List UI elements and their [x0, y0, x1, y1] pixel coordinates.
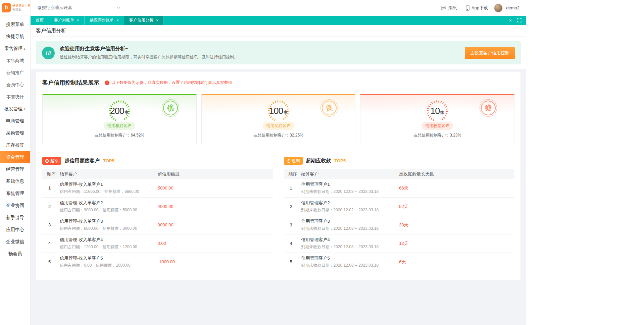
sidebar-item-retail-mgmt[interactable]: 零售管理▲ — [0, 43, 30, 55]
chevron-down-icon: ▼ — [23, 108, 26, 111]
count-unit: 家 — [284, 107, 288, 116]
table-row: 1 信用管理客户1到期未收款日期：2020.12.08 -- 2023.03.1… — [284, 179, 515, 198]
tab-bar: 首页 客户对账单 × 供应商对账单 × 客户信用分析 × × — [31, 16, 526, 25]
table-row: 3 信用管理客户3到期未收款日期：2020.12.08 -- 2023.03.1… — [284, 216, 515, 234]
sidebar-item-base-info[interactable]: 基础信息 — [0, 175, 30, 187]
section-title: 客户信用控制结果展示 — [42, 79, 99, 87]
chevron-down-icon — [117, 7, 120, 9]
percent-label: 占总信用控制客户：64.52% — [94, 132, 144, 138]
sidebar-item-operation-mgmt[interactable]: 经营管理 — [0, 163, 30, 175]
logo-icon: b — [2, 3, 11, 12]
app-download-label: App下载 — [472, 5, 488, 11]
close-icon[interactable]: × — [77, 18, 79, 22]
sidebar-item-retail-stats[interactable]: 零售统计 — [0, 91, 30, 103]
setup-credit-control-button[interactable]: 去设置客户信用控制 — [465, 47, 515, 59]
sidebar-item-ecommerce-mgmt[interactable]: 电商管理 — [0, 115, 30, 127]
close-icon[interactable]: × — [116, 18, 119, 22]
top-header: 母婴行业演示账套 消息 App下载 demo2 — [31, 0, 526, 16]
top5-label: TOP5 — [335, 158, 346, 163]
account-set-dropdown[interactable]: 母婴行业演示账套 — [36, 2, 121, 14]
table-header-row: 顺序 结算客户 应收账龄最长天数 — [284, 169, 515, 179]
welcome-section: Hi 欢迎使用好生意客户信用分析~ 通过控制结算客户的信用额度/信用期限，可实时… — [31, 37, 526, 69]
grade-stamp-icon: 差 — [479, 99, 497, 117]
welcome-title: 欢迎使用好生意客户信用分析~ — [60, 46, 238, 52]
sidebar-item-marketing[interactable]: 营销推广 — [0, 67, 30, 79]
sidebar-item-wholesale-mgmt[interactable]: 批发管理▼ — [0, 103, 30, 115]
sidebar-item-beginner-guide[interactable]: 新手引导 — [0, 212, 30, 224]
table-row: 2 信用管理-收入单客户2信用占用额：9000.00 信用额度：5000.00 … — [42, 198, 273, 216]
customer-count: 100 — [269, 106, 283, 116]
overdue-badge: 超期 — [284, 157, 303, 165]
sidebar-item-wecom[interactable]: 企业微信 — [0, 236, 30, 248]
table-row: 4 信用管理客户4到期未收款日期：2020.12.08 -- 2023.03.1… — [284, 234, 515, 253]
customer-count: 200 — [110, 106, 124, 116]
sidebar-item-retail-mall[interactable]: 零售商城 — [0, 55, 30, 67]
percent-label: 占总信用控制客户：3.23% — [413, 132, 461, 138]
tab-bar-actions: × — [504, 16, 526, 25]
tab-customer-credit-analysis[interactable]: 客户信用分析 × — [124, 16, 164, 25]
sidebar-item-enterprise-collab[interactable]: 企业协同 — [0, 200, 30, 212]
sidebar-item-changmember[interactable]: 畅会员 — [0, 248, 30, 260]
credit-gauge-poor: 10 家 — [424, 99, 450, 123]
chevron-up-icon: ▲ — [23, 47, 26, 50]
close-all-tabs-icon[interactable]: × — [509, 18, 512, 23]
table-title: 超信用额度客户 — [64, 158, 100, 164]
main-area: 母婴行业演示账套 消息 App下载 demo2 首页 — [31, 0, 526, 325]
brand-name: 畅捷通好生意 — [12, 4, 31, 8]
credit-gauge-excellent: 200 家 — [106, 99, 133, 123]
over-credit-table: 超额 超信用额度客户 TOP5 顺序 结算客户 超信用额度 1 信用管 — [42, 157, 273, 271]
clock-icon — [287, 159, 291, 163]
mobile-phone-icon — [466, 5, 469, 11]
table-row: 3 信用管理-收入单客户3信用占用额：6000.00 信用额度：3000.00 … — [42, 216, 273, 234]
sidebar-item-search-menu[interactable]: 搜索菜单 — [0, 18, 30, 31]
sidebar-menu: 搜索菜单 快捷导航 零售管理▲ 零售商城 营销推广 会员中心 零售统计 批发管理… — [0, 16, 30, 325]
sidebar-item-purchase-mgmt[interactable]: 采购管理 — [0, 127, 30, 139]
table-row: 2 信用管理客户2到期未收款日期：2020.12.02 -- 2023.03.1… — [284, 198, 515, 216]
credit-stat-cards: 200 家 信用极好客户 占总信用控制客户：64.52% 优 — [42, 94, 514, 144]
table-row: 5 信用管理-收入单客户5信用占用额：0.00 信用额度：1000.00 -10… — [42, 253, 273, 271]
sidebar: b 畅捷通好生意 标准版 搜索菜单 快捷导航 零售管理▲ 零售商城 营销推广 会… — [0, 0, 31, 325]
sample-data-notice: ! 以下数据仅为示例，非真实数据，设置了信用控制后可展示真实数据 — [105, 80, 232, 86]
sidebar-item-quick-nav[interactable]: 快捷导航 — [0, 31, 30, 43]
tab-supplier-statement[interactable]: 供应商对账单 × — [85, 16, 124, 25]
overdue-receivables-table: 超期 超期应收款 TOP5 顺序 结算客户 应收账龄最长天数 1 信用 — [284, 157, 515, 271]
stat-card-excellent: 200 家 信用极好客户 占总信用控制客户：64.52% 优 — [42, 94, 197, 144]
account-set-label: 母婴行业演示账套 — [37, 5, 72, 11]
sidebar-item-app-center[interactable]: 应用中心 — [0, 224, 30, 236]
avatar[interactable] — [494, 4, 503, 12]
sidebar-item-funds-mgmt[interactable]: 资金管理 — [0, 151, 30, 163]
welcome-banner: Hi 欢迎使用好生意客户信用分析~ 通过控制结算客户的信用额度/信用期限，可实时… — [36, 41, 521, 64]
stat-card-poor: 10 家 信用较差客户 占总信用控制客户：3.23% 差 — [360, 94, 514, 144]
page-content: Hi 欢迎使用好生意客户信用分析~ 通过控制结算客户的信用额度/信用期限，可实时… — [31, 37, 526, 325]
warning-icon: ! — [105, 80, 109, 85]
page-title: 客户信用分析 — [36, 28, 66, 34]
credit-grade-badge: 信用良好客户 — [263, 122, 294, 130]
table-title: 超期应收款 — [306, 158, 331, 164]
percent-label: 占总信用控制客户：32.25% — [253, 132, 303, 138]
credit-gauge-good: 100 家 — [265, 99, 292, 123]
credit-result-card: 客户信用控制结果展示 ! 以下数据仅为示例，非真实数据，设置了信用控制后可展示真… — [36, 72, 521, 280]
over-credit-badge: 超额 — [42, 157, 61, 165]
count-unit: 家 — [440, 107, 444, 116]
sidebar-item-inventory-accounting[interactable]: 库存核算 — [0, 139, 30, 151]
app-window: b 畅捷通好生意 标准版 搜索菜单 快捷导航 零售管理▲ 零售商城 营销推广 会… — [0, 0, 526, 325]
screen: b 畅捷通好生意 标准版 搜索菜单 快捷导航 零售管理▲ 零售商城 营销推广 会… — [0, 0, 644, 325]
grade-stamp-icon: 优 — [161, 99, 179, 117]
page-title-bar: 客户信用分析 — [31, 25, 526, 37]
table-header-row: 顺序 结算客户 超信用额度 — [42, 169, 273, 179]
tab-customer-statement[interactable]: 客户对账单 × — [49, 16, 85, 25]
grade-stamp-icon: 良 — [320, 99, 338, 117]
top5-label: TOP5 — [103, 158, 114, 163]
edition-label: 标准版 — [12, 8, 31, 11]
app-download-button[interactable]: App下载 — [463, 5, 491, 11]
sidebar-item-system-mgmt[interactable]: 系统管理 — [0, 187, 30, 200]
stat-card-good: 100 家 信用良好客户 占总信用控制客户：32.25% 良 — [201, 94, 356, 144]
tab-home[interactable]: 首页 — [31, 16, 49, 25]
table-row: 5 信用管理客户5到期未收款日期：2020.12.08 -- 2023.03.1… — [284, 253, 515, 271]
user-name[interactable]: demo2 — [506, 5, 519, 10]
messages-button[interactable]: 消息 — [438, 5, 460, 11]
welcome-desc: 通过控制结算客户的信用额度/信用期限，可实时掌握客户欠款超期等信用信息，及时进行… — [60, 54, 238, 60]
fullscreen-icon[interactable] — [517, 18, 522, 22]
sidebar-item-member-center[interactable]: 会员中心 — [0, 79, 30, 91]
close-icon[interactable]: × — [156, 18, 158, 22]
